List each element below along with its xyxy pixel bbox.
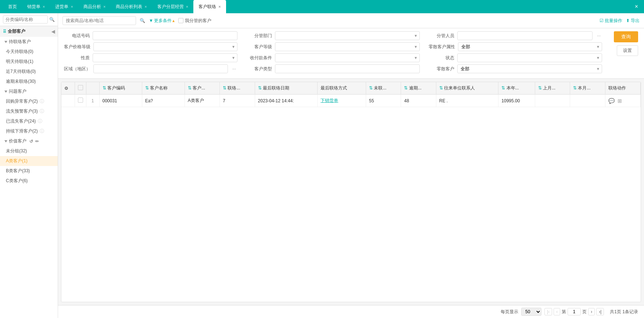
header-checkbox[interactable] [78, 85, 83, 90]
sidebar-repurchase-abnormal[interactable]: 回购异常客户(2) ⓘ [0, 96, 58, 106]
dept-select[interactable] [275, 31, 420, 40]
filter-search-icon[interactable]: 🔍 [140, 18, 145, 23]
nav-tab-analysis[interactable]: 商品分析 × [78, 0, 111, 13]
row-checkbox-cell[interactable] [75, 95, 86, 107]
collapse-icon: ◀ [51, 29, 55, 34]
query-button[interactable]: 查询 [614, 31, 638, 42]
row-level-cell: A类客户 [185, 95, 219, 107]
sidebar-b-class[interactable]: B类客户(33) [0, 166, 58, 176]
nature-select[interactable] [93, 53, 237, 62]
page-input[interactable] [568, 308, 581, 315]
nav-tab-customer-tier[interactable]: 客户分层经营 × [152, 0, 193, 13]
name-col-header[interactable]: ⇅ 客户名称 [142, 82, 185, 95]
checkbox-col-header[interactable] [75, 82, 86, 95]
payment-select[interactable] [275, 53, 420, 62]
nav-tab-home[interactable]: 首页 [3, 0, 22, 13]
phone-input[interactable] [93, 31, 237, 40]
export-icon: ⬆ [626, 18, 630, 23]
nav-tab-purchase[interactable]: 进货单 × [50, 0, 78, 13]
my-customers-check[interactable] [178, 18, 183, 23]
gear-col-header[interactable]: ⚙ [61, 82, 75, 95]
table-body: 1 000031 Ea? A类客户 7 [61, 95, 641, 107]
batch-ops-btn[interactable]: ☑ 批量操作 [600, 18, 622, 24]
sidebar-declining[interactable]: 持续下滑客户(2) ⓘ [0, 126, 58, 136]
row-num-cell: 1 [86, 95, 99, 107]
close-customer-tier-tab[interactable]: × [186, 4, 188, 9]
this-month-col-header[interactable]: ⇅ 本月... [570, 82, 605, 95]
page-size-select[interactable]: 50 100 200 [521, 308, 541, 316]
region-input[interactable] [93, 64, 228, 73]
this-year-col-header[interactable]: ⇅ 本年... [498, 82, 535, 95]
sidebar-ungrouped[interactable]: 未分组(32) [0, 146, 58, 156]
code-col-header[interactable]: ⇅ 客户编码 [99, 82, 142, 95]
value-edit-icon[interactable]: ✏ [35, 139, 39, 144]
close-customer-contact-tab[interactable]: × [218, 4, 221, 9]
row-last-contact-method-cell[interactable]: 下销货单 [318, 95, 366, 107]
row-name-cell[interactable]: Ea? [142, 95, 185, 107]
sidebar-problem-customers-group[interactable]: 问题客户 [0, 86, 58, 96]
sort-icon-not: ⇅ [369, 85, 373, 91]
chat-icon[interactable]: 💬 [608, 98, 615, 104]
close-purchase-tab[interactable]: × [71, 4, 73, 9]
not-contact-col-header[interactable]: ⇅ 未联... [366, 82, 401, 95]
level-col-header[interactable]: ⇅ 客户... [185, 82, 219, 95]
sort-icon-cp: ⇅ [439, 85, 443, 91]
nav-tab-customer-contact[interactable]: 客户联络 × [193, 0, 226, 13]
sidebar-all-customers[interactable]: ⠿ 全部客户 ◀ [0, 26, 58, 37]
prev-page-button[interactable]: ‹ [554, 308, 560, 315]
row-code-cell[interactable]: 000031 [99, 95, 142, 107]
last-page-button[interactable]: ›| [596, 308, 604, 315]
scatter-attr-field: 零散客户属性 全部 [429, 42, 602, 51]
region-dots[interactable]: ··· [231, 66, 237, 71]
sidebar-value-customers-group[interactable]: 价值客户 ↺ ✏ [0, 136, 58, 146]
close-analysis-list-tab[interactable]: × [144, 4, 147, 9]
last-month-col-header[interactable]: ⇅ 上月... [535, 82, 570, 95]
close-sales-tab[interactable]: × [43, 4, 45, 9]
setting-button[interactable]: 设置 [617, 45, 638, 56]
phone-label: 电话号码 [64, 33, 90, 39]
sidebar-c-class[interactable]: C类客户(6) [0, 176, 58, 186]
sidebar-overdue-pending[interactable]: 逾期未联络(30) [0, 77, 58, 86]
more-conditions-btn[interactable]: ▼ 更多条件 ▴ [149, 18, 175, 24]
person-dots[interactable]: ··· [595, 33, 602, 38]
sidebar-7days-pending[interactable]: 近7天待联络(0) [0, 67, 58, 77]
export-btn[interactable]: ⬆ 导出 [626, 18, 640, 24]
nature-field: 性质 [64, 53, 237, 62]
customer-level-select[interactable] [275, 42, 420, 51]
nav-tab-analysis-list[interactable]: 商品分析列表 × [111, 0, 152, 13]
scatter-customer-select[interactable]: 全部 [457, 64, 602, 73]
customer-level-field: 客户等级 [246, 42, 420, 51]
sidebar-churn-warning[interactable]: 流失预警客户(3) ⓘ [0, 106, 58, 116]
last-contact-date-col-header[interactable]: ⇅ 最后联络日期 [255, 82, 318, 95]
row-checkbox[interactable] [78, 98, 83, 103]
my-customers-checkbox[interactable]: 我分管的客户 [178, 18, 211, 24]
filter-row-4: 区域（地区） ··· 客户类型 零散客户 [64, 64, 602, 73]
sidebar-tomorrow-pending[interactable]: 明天待联络(1) [0, 57, 58, 67]
sidebar-churned[interactable]: 已流失客户(24) ⓘ [0, 116, 58, 126]
value-refresh-icon[interactable]: ↺ [29, 139, 33, 144]
overdue-col-header[interactable]: ⇅ 逾期... [401, 82, 436, 95]
sidebar-a-class[interactable]: A类客户(1) [0, 156, 58, 166]
close-app-button[interactable]: × [632, 3, 641, 10]
person-input[interactable] [457, 31, 593, 40]
problem-expand-icon [4, 91, 7, 93]
last-contact-method-col-header[interactable]: 最后联络方式 [318, 82, 366, 95]
sidebar-today-pending[interactable]: 今天待联络(0) [0, 47, 58, 57]
search-input[interactable] [62, 16, 136, 25]
gear-icon[interactable]: ⚙ [64, 86, 68, 91]
sidebar-search-input[interactable] [3, 15, 48, 24]
contact-person-col-header[interactable]: ⇅ 往来单位联系人 [436, 82, 498, 95]
close-analysis-tab[interactable]: × [103, 4, 105, 9]
scatter-attr-select[interactable]: 全部 [458, 42, 602, 51]
customer-type-input[interactable] [275, 64, 420, 73]
sidebar-search-icon[interactable]: 🔍 [49, 17, 55, 22]
next-page-button[interactable]: › [588, 308, 595, 315]
first-page-button[interactable]: |‹ [544, 308, 552, 315]
status-select[interactable] [457, 53, 602, 62]
contact-count-col-header[interactable]: ⇅ 联络... [220, 82, 255, 95]
page-suffix: 页 [582, 309, 587, 315]
price-level-select[interactable] [93, 42, 237, 51]
qr-icon[interactable]: ⊞ [618, 98, 622, 104]
sidebar-pending-contact-group[interactable]: 待联络客户 [0, 37, 58, 47]
nav-tab-sales[interactable]: 销货单 × [22, 0, 50, 13]
